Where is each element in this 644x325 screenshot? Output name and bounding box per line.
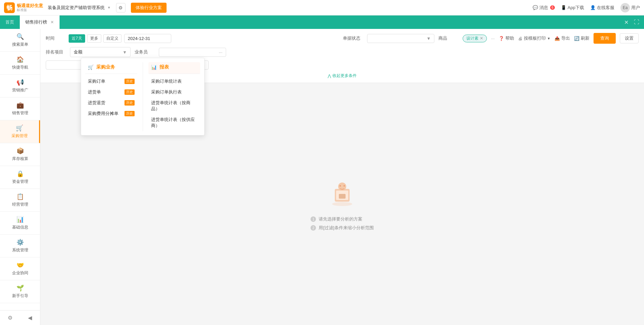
- help-button[interactable]: ❓ 帮助: [499, 35, 514, 41]
- sidebar-collapse-button[interactable]: ◀: [20, 311, 40, 325]
- print-icon: 🖨: [518, 36, 523, 41]
- message-icon: 💬: [533, 5, 538, 10]
- tab-home[interactable]: 首页: [0, 15, 20, 29]
- collapse-icon: ⋀: [328, 74, 331, 78]
- sidebar-item-search[interactable]: 🔍 搜索菜单: [0, 29, 40, 52]
- message-button[interactable]: 💬 消息 6: [533, 5, 555, 11]
- refresh-button[interactable]: 🔄 刷新: [574, 35, 589, 41]
- print-button[interactable]: 🖨 按模板打印 ▼: [518, 35, 550, 41]
- app-download-label: App下载: [568, 5, 584, 11]
- sidebar-label-system: 系统管理: [12, 247, 28, 253]
- sidebar-item-enterprise[interactable]: 🤝 企业协同: [0, 257, 40, 280]
- sidebar-bottom: ⚙ ◀: [0, 310, 40, 325]
- salesperson-select[interactable]: ···: [159, 48, 226, 57]
- sidebar-item-marketing[interactable]: 📢 营销推广: [0, 75, 40, 97]
- date-range: 近7天 更多 自定义: [69, 34, 121, 43]
- doc-status-select[interactable]: ▼: [367, 34, 434, 43]
- rank-label: 排名项目: [46, 49, 66, 55]
- svg-point-0: [332, 202, 352, 206]
- tab-right-buttons: ✕ ⛶: [622, 15, 644, 29]
- dropdown-item-return-label: 进货退货: [88, 100, 105, 106]
- tab-bar: 首页 销售排行榜 ✕ ✕ ⛶: [0, 15, 644, 29]
- dropdown-item-report-2[interactable]: 采购订单执行表: [148, 87, 201, 97]
- tab-close-btn[interactable]: ✕: [622, 18, 631, 27]
- export-button[interactable]: 📤 导出: [554, 35, 570, 41]
- empty-hints: 1 请先选择要分析的方案 2 用[过滤]条件来缩小分析范围: [311, 216, 373, 231]
- dropdown-report-title: 📊 报表: [148, 62, 201, 74]
- help-icon: ❓: [499, 36, 504, 41]
- goods-more-btn[interactable]: ···: [491, 36, 495, 41]
- sidebar-label-finance: 资金管理: [12, 179, 28, 185]
- sidebar-label-search: 搜索菜单: [12, 42, 28, 47]
- inventory-icon: 📦: [16, 147, 24, 155]
- sidebar-item-inventory[interactable]: 📦 库存核算: [0, 143, 40, 166]
- sidebar-label-sales: 销售管理: [12, 110, 28, 116]
- dropdown-item-report-1[interactable]: 采购订单统计表: [148, 76, 201, 87]
- user-button[interactable]: Ea 用户: [620, 3, 640, 12]
- sys-name: 装备及固定资产辅助管理系统 ▼ ⚙ 体验行业方案: [48, 3, 533, 13]
- logo-title: 畅通道好生意: [17, 3, 43, 8]
- date-end-value: 2024-12-31: [128, 36, 150, 41]
- empty-hint-2: 2 用[过滤]条件来缩小分析范围: [311, 225, 373, 231]
- phone-icon: 📱: [561, 5, 566, 10]
- dropdown-item-purchase-order[interactable]: 采购订单 历史: [85, 76, 137, 87]
- hist-badge-2: 历史: [124, 100, 135, 106]
- content-area: 时间 近7天 更多 自定义 2024-12-31 单据状态 ▼ 商品: [40, 29, 644, 325]
- toolbar-row: 时间 近7天 更多 自定义 2024-12-31 单据状态 ▼ 商品: [46, 33, 639, 44]
- salesperson-label: 业务员: [135, 49, 155, 55]
- sidebar-label-inventory: 库存核算: [12, 156, 28, 162]
- dropdown-item-report-1-label: 采购订单统计表: [151, 78, 182, 84]
- tab-sales-rank-label: 销售排行榜: [25, 19, 47, 25]
- sidebar-item-purchase[interactable]: 🛒 采购管理: [0, 120, 40, 143]
- online-service-label: 在线客服: [597, 5, 614, 11]
- sidebar-item-operations[interactable]: 📋 经营管理: [0, 189, 40, 212]
- logo-text: 畅通道好生意 标准版: [17, 3, 43, 12]
- sidebar-settings-button[interactable]: ⚙: [0, 311, 20, 325]
- enterprise-icon: 🤝: [16, 261, 24, 269]
- date-btn-more[interactable]: 更多: [87, 34, 101, 43]
- online-service-button[interactable]: 👤 在线客服: [590, 5, 614, 11]
- empty-illustration: [325, 177, 359, 211]
- help-label: 帮助: [505, 35, 514, 41]
- dropdown-item-report-3[interactable]: 进货单统计表（按商品）: [148, 97, 201, 114]
- sidebar-item-quick-nav[interactable]: 🏠 快捷导航: [0, 52, 40, 75]
- set-button[interactable]: 设置: [620, 33, 639, 43]
- dropdown-item-incoming[interactable]: 进货单 历史: [85, 87, 137, 97]
- dropdown-report-icon: 📊: [151, 65, 157, 70]
- sidebar-item-system[interactable]: ⚙️ 系统管理: [0, 235, 40, 257]
- logo-sub: 标准版: [17, 8, 43, 12]
- goods-tag-text: 设计素: [466, 36, 478, 41]
- print-arrow: ▼: [547, 37, 550, 40]
- dropdown-arrow-icon[interactable]: ▼: [107, 6, 111, 9]
- app-download-button[interactable]: 📱 App下载: [561, 5, 584, 11]
- hint1-text: 请先选择要分析的方案: [319, 216, 362, 222]
- date-btn-7days[interactable]: 近7天: [69, 34, 85, 43]
- sidebar-item-sales[interactable]: 💼 销售管理: [0, 97, 40, 120]
- sidebar-item-finance[interactable]: 🔒 资金管理: [0, 166, 40, 189]
- dropdown-item-report-4[interactable]: 进货单统计表（按供应商）: [148, 114, 201, 131]
- tab-maximize-btn[interactable]: ⛶: [632, 18, 641, 27]
- user-label: 用户: [631, 5, 640, 11]
- dropdown-item-return[interactable]: 进货退货 历史: [85, 97, 137, 108]
- basic-icon: 📊: [16, 216, 24, 223]
- tab-sales-rank[interactable]: 销售排行榜 ✕: [20, 15, 60, 29]
- sidebar-item-beginner[interactable]: 🌱 新手引导: [0, 280, 40, 303]
- industry-button[interactable]: 体验行业方案: [131, 3, 167, 13]
- goods-tag-close[interactable]: ✕: [480, 36, 483, 41]
- dropdown-item-report-2-label: 采购订单执行表: [151, 89, 182, 95]
- rank-select[interactable]: 金额 ▼: [70, 47, 131, 57]
- tab-close-icon[interactable]: ✕: [50, 20, 54, 25]
- sidebar-label-purchase: 采购管理: [11, 133, 28, 139]
- dropdown-report-title-text: 报表: [159, 64, 169, 70]
- dropdown-report-col: 📊 报表 采购订单统计表 采购订单执行表 进货单统计表（按商品） 进货单统计表（…: [144, 62, 205, 131]
- date-btn-custom[interactable]: 自定义: [103, 34, 121, 43]
- dropdown-item-expense[interactable]: 采购费用分摊单 历史: [85, 108, 137, 119]
- sidebar: 🔍 搜索菜单 🏠 快捷导航 📢 营销推广 💼 销售管理 🛒 采购管理 📦 库存核…: [0, 29, 40, 325]
- query-button[interactable]: 查询: [594, 33, 616, 44]
- sidebar-label-operations: 经营管理: [12, 202, 28, 207]
- message-label: 消息: [539, 5, 548, 11]
- sidebar-item-basic[interactable]: 📊 基础信息: [0, 212, 40, 235]
- date-end-input[interactable]: 2024-12-31: [124, 34, 171, 43]
- settings-icon[interactable]: ⚙: [116, 3, 126, 12]
- dropdown-item-incoming-label: 进货单: [88, 89, 101, 95]
